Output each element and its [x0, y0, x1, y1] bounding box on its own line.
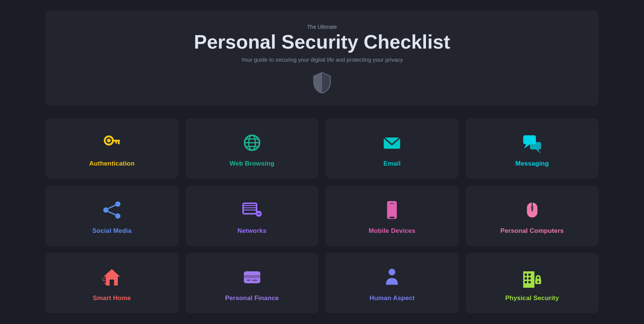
mouse-icon — [522, 200, 543, 220]
card-mobile-devices[interactable]: Mobile Devices — [325, 185, 459, 246]
card-messaging[interactable]: Messaging — [466, 118, 599, 179]
card-label-personal-computers: Personal Computers — [500, 227, 564, 235]
person-icon — [381, 267, 402, 288]
svg-marker-14 — [536, 149, 541, 153]
card-label-networks: Networks — [237, 227, 267, 235]
card-label-human-aspect: Human Aspect — [369, 294, 414, 302]
svg-rect-33 — [110, 280, 114, 286]
card-human-aspect[interactable]: Human Aspect — [325, 253, 459, 313]
card-physical-security[interactable]: Physical Security — [466, 253, 599, 313]
globe-icon — [242, 132, 263, 153]
svg-rect-20 — [243, 203, 257, 214]
smarthome-icon — [101, 267, 122, 288]
svg-marker-12 — [524, 144, 530, 149]
svg-point-17 — [115, 213, 120, 219]
card-label-social-media: Social Media — [92, 227, 132, 235]
card-web-browsing[interactable]: Web Browsing — [185, 118, 319, 179]
category-grid: Authentication Web Browsing Email Messag… — [45, 118, 599, 313]
card-label-authentication: Authentication — [89, 160, 135, 167]
header-description: Your guide to securing your digital life… — [60, 56, 584, 63]
card-personal-finance[interactable]: Personal Finance — [185, 253, 319, 313]
card-label-physical-security: Physical Security — [505, 294, 559, 302]
svg-rect-45 — [525, 281, 527, 283]
card-label-web-browsing: Web Browsing — [230, 160, 275, 167]
svg-rect-38 — [252, 280, 257, 281]
card-social-media[interactable]: Social Media — [45, 185, 179, 246]
building-lock-icon — [522, 267, 543, 288]
svg-rect-28 — [390, 203, 394, 204]
card-label-smart-home: Smart Home — [93, 294, 131, 302]
card-email[interactable]: Email — [325, 118, 459, 179]
header-title: Personal Security Checklist — [60, 31, 584, 53]
svg-rect-2 — [112, 140, 120, 142]
svg-rect-36 — [244, 275, 260, 278]
svg-point-16 — [103, 207, 108, 213]
svg-rect-4 — [115, 142, 117, 144]
card-authentication[interactable]: Authentication — [45, 118, 179, 179]
svg-point-1 — [107, 139, 111, 142]
key-icon — [101, 132, 122, 153]
card-networks[interactable]: Networks — [185, 185, 319, 246]
svg-point-31 — [531, 205, 534, 210]
svg-rect-37 — [247, 280, 251, 281]
svg-rect-3 — [118, 142, 120, 144]
svg-rect-42 — [528, 274, 531, 276]
svg-rect-46 — [528, 281, 531, 283]
card-smart-home[interactable]: Smart Home — [45, 253, 179, 313]
network-icon — [242, 200, 263, 220]
finance-icon — [242, 267, 263, 288]
card-label-personal-finance: Personal Finance — [225, 294, 279, 302]
card-personal-computers[interactable]: Personal Computers — [466, 185, 599, 246]
svg-rect-41 — [525, 274, 527, 276]
svg-rect-13 — [530, 142, 541, 149]
svg-point-48 — [537, 281, 539, 283]
share-icon — [101, 200, 122, 220]
svg-line-18 — [108, 205, 116, 209]
card-label-messaging: Messaging — [515, 160, 549, 167]
svg-point-34 — [104, 283, 106, 284]
header-banner: The Ultimate Personal Security Checklist… — [45, 10, 599, 106]
shield-icon — [60, 72, 584, 94]
card-label-email: Email — [383, 160, 401, 167]
email-icon — [381, 132, 402, 153]
phone-icon — [381, 200, 402, 220]
svg-rect-44 — [528, 277, 531, 280]
svg-point-39 — [389, 269, 395, 275]
svg-point-15 — [115, 201, 120, 207]
svg-rect-27 — [389, 217, 395, 218]
chat-icon — [522, 132, 543, 153]
svg-rect-43 — [525, 277, 527, 280]
card-label-mobile-devices: Mobile Devices — [369, 227, 415, 235]
svg-line-19 — [108, 212, 116, 215]
header-pretitle: The Ultimate — [60, 24, 584, 30]
